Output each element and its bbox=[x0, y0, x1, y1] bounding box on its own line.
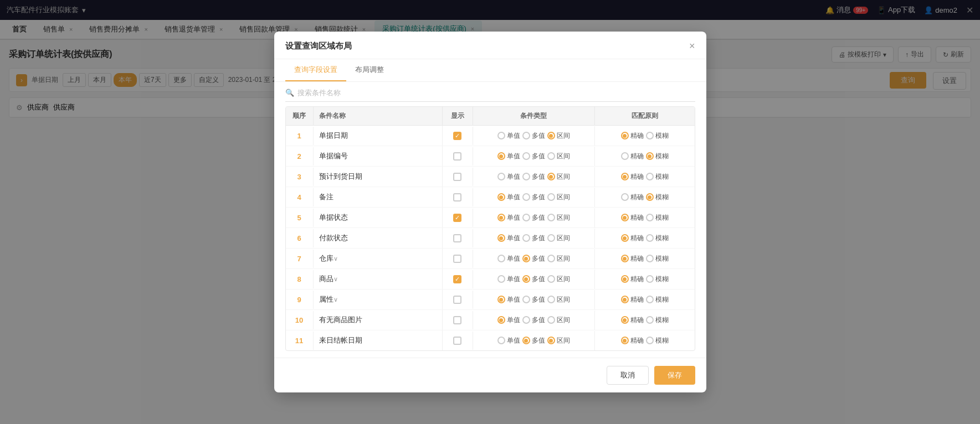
radio-type-multi[interactable]: 多值 bbox=[522, 295, 545, 304]
radio-match-fuzzy[interactable]: 模糊 bbox=[646, 295, 669, 304]
th-match: 匹配原则 bbox=[595, 107, 695, 125]
dropdown-arrow-icon[interactable]: ∨ bbox=[333, 296, 338, 303]
radio-type-single[interactable]: 单值 bbox=[497, 213, 520, 223]
radio-circle-match-fuzzy bbox=[646, 234, 654, 242]
radio-match-exact[interactable]: 精确 bbox=[621, 131, 644, 141]
cell-type: 单值多值区间 bbox=[473, 208, 595, 227]
display-checkbox[interactable] bbox=[453, 214, 461, 222]
display-checkbox[interactable] bbox=[453, 275, 461, 283]
radio-type-range[interactable]: 区间 bbox=[547, 316, 570, 325]
radio-match-exact[interactable]: 精确 bbox=[621, 234, 644, 243]
radio-type-range[interactable]: 区间 bbox=[547, 152, 570, 161]
radio-match-fuzzy[interactable]: 模糊 bbox=[646, 131, 669, 141]
radio-label-match-exact: 精确 bbox=[630, 172, 644, 182]
radio-type-single[interactable]: 单值 bbox=[497, 234, 520, 243]
radio-match-fuzzy[interactable]: 模糊 bbox=[646, 152, 669, 161]
radio-type-range[interactable]: 区间 bbox=[547, 254, 570, 263]
cell-order: 7 bbox=[286, 250, 314, 268]
radio-circle-type-single bbox=[497, 296, 505, 303]
radio-type-range[interactable]: 区间 bbox=[547, 234, 570, 243]
dropdown-arrow-icon[interactable]: ∨ bbox=[333, 255, 338, 262]
cell-match: 精确模糊 bbox=[595, 290, 695, 309]
display-checkbox[interactable] bbox=[453, 132, 461, 140]
radio-type-range[interactable]: 区间 bbox=[547, 131, 570, 141]
radio-type-multi[interactable]: 多值 bbox=[522, 152, 545, 161]
radio-match-fuzzy[interactable]: 模糊 bbox=[646, 234, 669, 243]
table-row: 1单据日期单值多值区间精确模糊 bbox=[286, 126, 695, 146]
radio-type-range[interactable]: 区间 bbox=[547, 295, 570, 304]
radio-type-range[interactable]: 区间 bbox=[547, 172, 570, 182]
radio-label-type-single: 单值 bbox=[507, 295, 520, 304]
radio-type-single[interactable]: 单值 bbox=[497, 316, 520, 325]
display-checkbox[interactable] bbox=[453, 173, 461, 181]
radio-match-fuzzy[interactable]: 模糊 bbox=[646, 316, 669, 325]
radio-type-single[interactable]: 单值 bbox=[497, 295, 520, 304]
radio-type-multi[interactable]: 多值 bbox=[522, 254, 545, 263]
radio-type-single[interactable]: 单值 bbox=[497, 193, 520, 202]
radio-match-exact[interactable]: 精确 bbox=[621, 172, 644, 182]
cell-order: 4 bbox=[286, 188, 314, 206]
display-checkbox[interactable] bbox=[453, 152, 461, 161]
cell-match: 精确模糊 bbox=[595, 331, 695, 350]
display-checkbox[interactable] bbox=[453, 316, 461, 324]
radio-type-range[interactable]: 区间 bbox=[547, 213, 570, 223]
dialog-tab-layout[interactable]: 布局调整 bbox=[346, 59, 393, 81]
radio-type-single[interactable]: 单值 bbox=[497, 172, 520, 182]
radio-type-multi[interactable]: 多值 bbox=[522, 336, 545, 345]
radio-type-multi[interactable]: 多值 bbox=[522, 213, 545, 223]
radio-type-multi[interactable]: 多值 bbox=[522, 131, 545, 141]
display-checkbox[interactable] bbox=[453, 296, 461, 304]
radio-match-fuzzy[interactable]: 模糊 bbox=[646, 275, 669, 284]
radio-circle-type-range bbox=[547, 337, 555, 344]
radio-type-multi[interactable]: 多值 bbox=[522, 275, 545, 284]
dialog-tab-query-fields[interactable]: 查询字段设置 bbox=[285, 59, 346, 81]
radio-match-exact[interactable]: 精确 bbox=[621, 254, 644, 263]
dropdown-arrow-icon[interactable]: ∨ bbox=[333, 276, 338, 283]
radio-type-multi[interactable]: 多值 bbox=[522, 172, 545, 182]
radio-match-fuzzy[interactable]: 模糊 bbox=[646, 213, 669, 223]
radio-match-exact[interactable]: 精确 bbox=[621, 316, 644, 325]
radio-type-single[interactable]: 单值 bbox=[497, 254, 520, 263]
radio-match-exact[interactable]: 精确 bbox=[621, 336, 644, 345]
display-checkbox[interactable] bbox=[453, 193, 461, 201]
radio-type-multi[interactable]: 多值 bbox=[522, 193, 545, 202]
dialog-header: 设置查询区域布局 × bbox=[274, 32, 706, 59]
radio-match-exact[interactable]: 精确 bbox=[621, 152, 644, 161]
radio-type-range[interactable]: 区间 bbox=[547, 193, 570, 202]
cell-match: 精确模糊 bbox=[595, 167, 695, 187]
radio-type-multi[interactable]: 多值 bbox=[522, 234, 545, 243]
radio-label-match-fuzzy: 模糊 bbox=[655, 152, 669, 161]
radio-match-exact[interactable]: 精确 bbox=[621, 275, 644, 284]
radio-match-exact[interactable]: 精确 bbox=[621, 193, 644, 202]
radio-circle-type-single bbox=[497, 152, 505, 160]
radio-label-match-exact: 精确 bbox=[630, 152, 644, 161]
radio-type-single[interactable]: 单值 bbox=[497, 152, 520, 161]
display-checkbox[interactable] bbox=[453, 337, 461, 345]
display-checkbox[interactable] bbox=[453, 234, 461, 242]
radio-type-multi[interactable]: 多值 bbox=[522, 316, 545, 325]
radio-label-match-exact: 精确 bbox=[630, 254, 644, 263]
field-name-label: 仓库 bbox=[319, 254, 333, 263]
radio-type-single[interactable]: 单值 bbox=[497, 336, 520, 345]
radio-type-single[interactable]: 单值 bbox=[497, 275, 520, 284]
radio-match-fuzzy[interactable]: 模糊 bbox=[646, 172, 669, 182]
save-button[interactable]: 保存 bbox=[654, 366, 695, 385]
cancel-button[interactable]: 取消 bbox=[607, 366, 649, 385]
cell-display bbox=[443, 168, 473, 186]
radio-match-exact[interactable]: 精确 bbox=[621, 213, 644, 223]
display-checkbox[interactable] bbox=[453, 255, 461, 263]
field-name-label: 商品 bbox=[319, 274, 333, 284]
radio-match-exact[interactable]: 精确 bbox=[621, 295, 644, 304]
radio-match-fuzzy[interactable]: 模糊 bbox=[646, 193, 669, 202]
radio-circle-type-range bbox=[547, 316, 555, 324]
search-input[interactable] bbox=[297, 89, 408, 97]
radio-type-range[interactable]: 区间 bbox=[547, 336, 570, 345]
radio-match-fuzzy[interactable]: 模糊 bbox=[646, 254, 669, 263]
radio-type-single[interactable]: 单值 bbox=[497, 131, 520, 141]
dialog-footer: 取消 保存 bbox=[274, 358, 706, 392]
dialog-close-button[interactable]: × bbox=[689, 40, 695, 52]
radio-label-type-multi: 多值 bbox=[532, 254, 545, 263]
radio-type-range[interactable]: 区间 bbox=[547, 275, 570, 284]
radio-match-fuzzy[interactable]: 模糊 bbox=[646, 336, 669, 345]
radio-label-type-range: 区间 bbox=[557, 316, 570, 325]
